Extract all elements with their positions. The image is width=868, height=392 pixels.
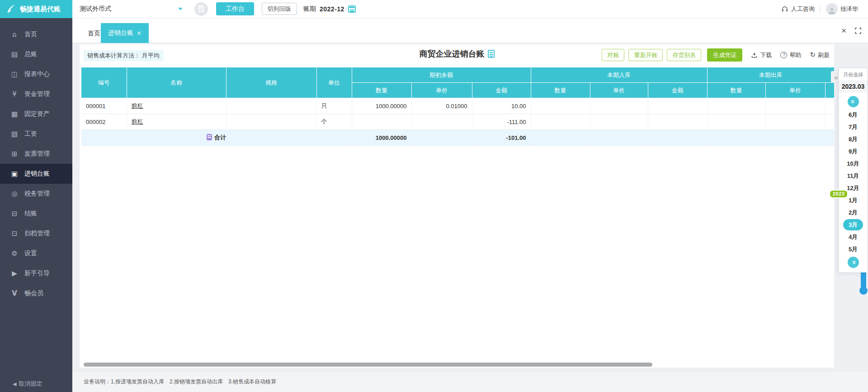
- user-name: 徐泽华: [840, 5, 858, 13]
- accounting-period: 账期 2022-12: [303, 5, 356, 13]
- col-out-price[interactable]: 单价: [765, 83, 825, 98]
- ledger-table-wrap: 编号 名称 规格 单位 期初余额 本期入库 本期出库 数量 单价 金额: [81, 67, 834, 146]
- sidebar-item-payroll[interactable]: ▧ 工资: [0, 124, 72, 144]
- item-link[interactable]: 前杠: [132, 118, 143, 125]
- table-row: 000002 前杠 个 -111.00: [81, 114, 834, 130]
- total-label-cell: 合计: [81, 130, 352, 146]
- month-item[interactable]: 11月: [843, 170, 863, 182]
- col-out-qty[interactable]: 数量: [707, 83, 765, 98]
- group-period-out: 本期出库: [707, 67, 834, 83]
- sidebar-item-inventory-ledger[interactable]: ▣ 进销台账: [0, 164, 72, 184]
- sidebar-item-home[interactable]: ⌂ 首页: [0, 24, 72, 44]
- archive-icon: ⊡: [10, 229, 19, 238]
- sidebar-item-settings[interactable]: ⚙ 设置: [0, 244, 72, 263]
- month-picker-panel: 月份选择 2023.03 « 6月 7月 8月 9月 10月 11月 12月 1…: [839, 68, 868, 272]
- brand-logo: 畅捷通易代账: [0, 0, 72, 18]
- calendar-icon[interactable]: [348, 5, 356, 13]
- col-spec[interactable]: 规格: [226, 67, 316, 98]
- sidebar-item-funds[interactable]: ¥ 资金管理: [0, 84, 72, 104]
- total-opening-amount: -101.00: [472, 130, 531, 146]
- col-unit[interactable]: 单位: [316, 67, 352, 98]
- col-opening-amount[interactable]: 金额: [472, 83, 531, 98]
- divider: [820, 5, 821, 13]
- help-button[interactable]: ? 帮助: [780, 51, 801, 59]
- cell-name: 前杠: [127, 98, 226, 114]
- ledger-panel: 销售成本计算方法： 月平均 商贸企业进销台账 对账 重新开账 存货别名 生成凭证: [80, 44, 834, 368]
- home-icon: ⌂: [10, 30, 19, 38]
- month-item[interactable]: 8月: [843, 133, 863, 145]
- ledger-toolbar: 销售成本计算方法： 月平均 商贸企业进销台账 对账 重新开账 存货别名 生成凭证: [80, 44, 834, 66]
- col-out-amount[interactable]: [825, 83, 834, 98]
- tab-inventory-ledger[interactable]: 进销台账 ✕: [101, 23, 149, 43]
- sidebar-item-report-center[interactable]: ◫ 报表中心: [0, 64, 72, 84]
- month-item[interactable]: 10月: [843, 158, 863, 170]
- total-opening-qty: 1000.00000: [352, 130, 411, 146]
- sidebar-item-tax[interactable]: ◎ 税务管理: [0, 184, 72, 204]
- month-item-selected[interactable]: 3月: [843, 219, 863, 230]
- reconcile-button[interactable]: 对账: [602, 49, 624, 61]
- fullscreen-icon[interactable]: [854, 27, 862, 34]
- close-all-tabs-icon[interactable]: ×: [841, 26, 846, 35]
- col-opening-price[interactable]: 单价: [411, 83, 472, 98]
- app-window: 畅捷通易代账 ⌂ 首页 ▤ 总账 ◫ 报表中心 ¥ 资金管理 ▦ 固定资产: [0, 0, 868, 392]
- collapse-left-icon: ◀: [13, 381, 16, 387]
- col-in-amount[interactable]: 金额: [648, 83, 707, 98]
- sidebar-item-general-ledger[interactable]: ▤ 总账: [0, 44, 72, 64]
- period-label: 账期: [303, 5, 316, 13]
- item-link[interactable]: 前杠: [132, 102, 143, 109]
- chevron-double-down-icon: «: [850, 260, 857, 264]
- col-in-qty[interactable]: 数量: [531, 83, 590, 98]
- sidebar-item-guide[interactable]: ▶ 新手引导: [0, 263, 72, 283]
- sidebar-item-closing[interactable]: ⊟ 结账: [0, 204, 72, 224]
- horizontal-scrollbar[interactable]: [84, 363, 652, 367]
- unpin-sidebar-button[interactable]: ◀ 取消固定: [13, 380, 42, 388]
- cost-method-chip: 销售成本计算方法： 月平均: [84, 50, 163, 61]
- col-name[interactable]: 名称: [127, 67, 226, 98]
- notes-icon[interactable]: [194, 2, 208, 16]
- sidebar-item-invoice[interactable]: ⊞ 发票管理: [0, 144, 72, 164]
- month-picker-title: 月份选择: [839, 68, 867, 81]
- toolbar-buttons: 对账 重新开账 存货别名 生成凭证 下载 ? 帮助: [602, 48, 830, 62]
- chevron-down-icon: [178, 8, 183, 10]
- account-book-select[interactable]: 测试外币式: [80, 5, 184, 13]
- refresh-button[interactable]: ↻ 刷新: [810, 51, 830, 59]
- sidebar: 畅捷通易代账 ⌂ 首页 ▤ 总账 ◫ 报表中心 ¥ 资金管理 ▦ 固定资产: [0, 0, 72, 392]
- month-item[interactable]: 4月: [843, 231, 863, 243]
- support-link[interactable]: 人工咨询: [781, 5, 815, 13]
- generate-voucher-button[interactable]: 生成凭证: [707, 48, 742, 62]
- col-code[interactable]: 编号: [81, 67, 127, 98]
- sidebar-item-archive[interactable]: ⊡ 归档管理: [0, 224, 72, 244]
- group-period-in: 本期入库: [531, 67, 707, 83]
- stock-alias-button[interactable]: 存货别名: [667, 49, 701, 61]
- tab-close-icon[interactable]: ✕: [137, 30, 142, 37]
- col-opening-qty[interactable]: 数量: [352, 83, 411, 98]
- switch-old-version-button[interactable]: 切到旧版: [262, 3, 297, 15]
- scroll-handle[interactable]: [859, 287, 868, 295]
- month-item[interactable]: 9月: [843, 145, 863, 158]
- sidebar-item-vip[interactable]: V 畅会员: [0, 283, 72, 303]
- user-menu[interactable]: 徐泽华: [826, 3, 858, 15]
- report-center-icon: ◫: [10, 70, 19, 78]
- scroll-months-up-button[interactable]: «: [848, 96, 859, 107]
- sidebar-item-fixed-assets[interactable]: ▦ 固定资产: [0, 104, 72, 124]
- scroll-months-down-button[interactable]: «: [848, 257, 859, 268]
- month-item[interactable]: 7月: [843, 121, 863, 133]
- avatar: [826, 3, 838, 15]
- month-item[interactable]: 6月: [843, 109, 863, 121]
- period-value[interactable]: 2022-12: [320, 5, 344, 13]
- month-item[interactable]: 2月: [843, 206, 863, 219]
- top-bar: 测试外币式 工作台 切到旧版 账期 2022-12 人工咨询: [72, 0, 868, 18]
- cell-code: 000002: [81, 114, 127, 130]
- ledger-table: 编号 名称 规格 单位 期初余额 本期入库 本期出库 数量 单价 金额: [81, 67, 834, 146]
- cost-method-label: 销售成本计算方法：: [87, 52, 140, 59]
- cost-method-value[interactable]: 月平均: [142, 52, 160, 59]
- col-in-price[interactable]: 单价: [590, 83, 648, 98]
- inventory-ledger-icon: ▣: [10, 170, 19, 178]
- tab-bar: 首页 进销台账 ✕ ×: [72, 18, 868, 43]
- workbench-button[interactable]: 工作台: [216, 2, 254, 15]
- reopen-account-button[interactable]: 重新开账: [628, 49, 663, 61]
- month-item[interactable]: 5月: [843, 243, 863, 255]
- download-button[interactable]: 下载: [751, 51, 772, 59]
- settings-icon: ⚙: [10, 249, 19, 258]
- download-icon: [751, 52, 758, 58]
